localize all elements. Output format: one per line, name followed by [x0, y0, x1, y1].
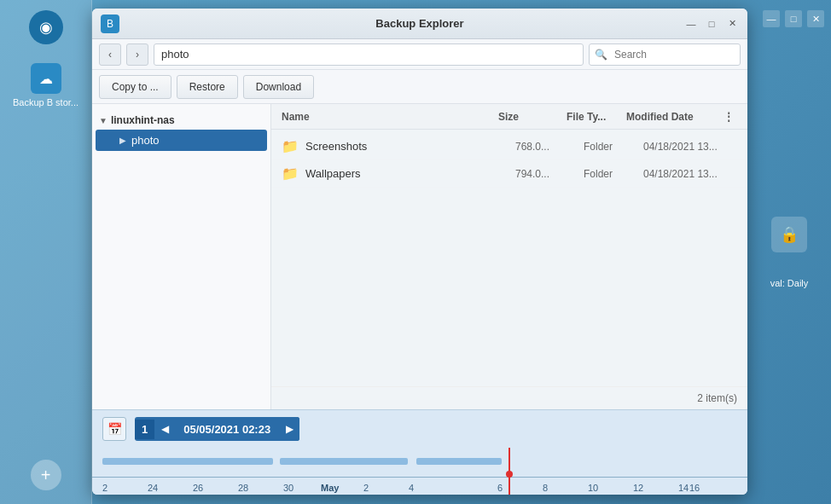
timeline-panel: 📅 1 ◀ 05/05/2021 02:23 ▶ 2 24 — [92, 409, 747, 495]
file-date: 04/18/2021 13... — [643, 141, 737, 153]
backup-icon: ☁ — [39, 71, 53, 87]
window-controls: — □ ✕ — [683, 15, 741, 32]
lock-icon: 🔒 — [780, 225, 799, 244]
right-side-panel: — □ ✕ 🔒 val: Daily — [747, 0, 831, 504]
timeline-bar-3 — [416, 458, 502, 465]
app-logo: ◉ — [29, 10, 63, 44]
timeline-top: 📅 1 ◀ 05/05/2021 02:23 ▶ — [92, 410, 747, 448]
search-icon: 🔍 — [595, 49, 607, 61]
file-type: Folder — [584, 168, 643, 180]
app-icon-letter: B — [107, 18, 113, 30]
right-window-controls: — □ ✕ — [763, 10, 824, 27]
sidebar-bottom: + — [31, 460, 61, 504]
file-type: Folder — [584, 141, 643, 153]
timeline-baseline — [92, 477, 747, 478]
minimize-button[interactable]: — — [683, 15, 700, 32]
folder-icon: 📁 — [282, 165, 299, 182]
tree-child-item[interactable]: ▶ photo — [96, 130, 267, 151]
file-list: 📁 Screenshots 768.0... Folder 04/18/2021… — [271, 130, 747, 386]
tick-30: 30 — [283, 483, 293, 493]
forward-button[interactable]: › — [126, 43, 148, 66]
sidebar-item-label: Backup B stor... — [13, 97, 78, 108]
download-button[interactable]: Download — [243, 75, 314, 99]
timeline-next-button[interactable]: ▶ — [279, 417, 299, 441]
col-date: Modified Date — [626, 111, 720, 123]
lock-icon-box: 🔒 — [771, 217, 807, 252]
sidebar-item-backup[interactable]: ☁ Backup B stor... — [8, 58, 84, 113]
interval-label: val: Daily — [770, 278, 809, 288]
tick-6: 6 — [497, 483, 503, 493]
tick-14: 14 — [678, 483, 689, 493]
main-window: B Backup Explorer — □ ✕ ‹ › 🔍 Copy to ..… — [92, 9, 747, 495]
timeline-track[interactable]: 2 24 26 28 30 May 2 4 6 8 10 12 14 16 — [92, 448, 747, 495]
file-size: 768.0... — [515, 141, 584, 153]
file-size: 794.0... — [515, 168, 584, 180]
right-max-btn[interactable]: □ — [785, 10, 802, 27]
tick-10: 10 — [588, 483, 598, 493]
timeline-version: 1 — [135, 420, 154, 439]
folder-icon: 📁 — [282, 138, 299, 154]
timeline-bar-1 — [102, 458, 273, 465]
item-count: 2 item(s) — [271, 386, 747, 409]
calendar-button[interactable]: 📅 — [102, 417, 126, 441]
tick-2b: 2 — [363, 483, 369, 493]
action-bar: Copy to ... Restore Download — [92, 70, 747, 104]
tree-parent-item[interactable]: ▼ linuxhint-nas — [92, 111, 270, 130]
tree-child-arrow: ▶ — [119, 136, 126, 145]
sidebar-panel: ◉ ☁ Backup B stor... + — [0, 0, 92, 504]
timeline-date: 05/05/2021 02:23 — [175, 420, 279, 439]
timeline-cursor — [508, 448, 510, 495]
timeline-prev-button[interactable]: ◀ — [154, 417, 175, 441]
file-name: Wallpapers — [305, 167, 361, 180]
file-table-header: Name Size File Ty... Modified Date ⋮ — [271, 104, 747, 130]
tick-8: 8 — [543, 483, 548, 493]
nav-bar: ‹ › 🔍 — [92, 39, 747, 70]
tick-28: 28 — [238, 483, 248, 493]
file-panel: Name Size File Ty... Modified Date ⋮ 📁 S… — [271, 104, 747, 409]
app-icon: B — [101, 14, 119, 33]
col-name: Name — [282, 111, 498, 123]
back-button[interactable]: ‹ — [99, 43, 121, 66]
tick-26: 26 — [193, 483, 203, 493]
timeline-nav: 1 ◀ 05/05/2021 02:23 ▶ — [135, 417, 299, 441]
table-row[interactable]: 📁 Screenshots 768.0... Folder 04/18/2021… — [271, 133, 747, 160]
col-more[interactable]: ⋮ — [720, 111, 737, 123]
tree-parent-label: linuxhint-nas — [111, 114, 175, 126]
table-row[interactable]: 📁 Wallpapers 794.0... Folder 04/18/2021 … — [271, 160, 747, 188]
logo-icon: ◉ — [39, 18, 53, 37]
col-size: Size — [498, 111, 567, 123]
tick-16: 16 — [689, 483, 700, 493]
path-input[interactable] — [154, 43, 584, 66]
search-box: 🔍 — [589, 43, 741, 66]
maximize-button[interactable]: □ — [703, 15, 720, 32]
tick-may: May — [321, 483, 339, 493]
calendar-icon: 📅 — [108, 422, 122, 436]
search-input[interactable] — [614, 49, 742, 61]
tick-12: 12 — [633, 483, 643, 493]
file-name: Screenshots — [305, 140, 367, 153]
restore-button[interactable]: Restore — [177, 75, 238, 99]
timeline-bar-2 — [280, 458, 408, 465]
expand-icon: ▼ — [99, 116, 108, 125]
title-bar: B Backup Explorer — □ ✕ — [92, 9, 747, 39]
timeline-cursor-dot — [506, 471, 513, 478]
col-type: File Ty... — [567, 111, 626, 123]
right-close-btn[interactable]: ✕ — [807, 10, 824, 27]
tree-panel: ▼ linuxhint-nas ▶ photo — [92, 104, 271, 409]
content-area: ▼ linuxhint-nas ▶ photo Name Size File T… — [92, 104, 747, 409]
add-button[interactable]: + — [31, 460, 61, 490]
window-title: Backup Explorer — [375, 17, 463, 30]
close-button[interactable]: ✕ — [723, 15, 741, 32]
tick-4: 4 — [409, 483, 414, 493]
tree-child-label: photo — [131, 134, 160, 147]
file-date: 04/18/2021 13... — [643, 168, 737, 180]
copy-button[interactable]: Copy to ... — [99, 75, 171, 99]
right-min-btn[interactable]: — — [763, 10, 780, 27]
backup-icon-box: ☁ — [31, 63, 61, 94]
tick-24: 24 — [148, 483, 158, 493]
tick-2: 2 — [102, 483, 108, 493]
